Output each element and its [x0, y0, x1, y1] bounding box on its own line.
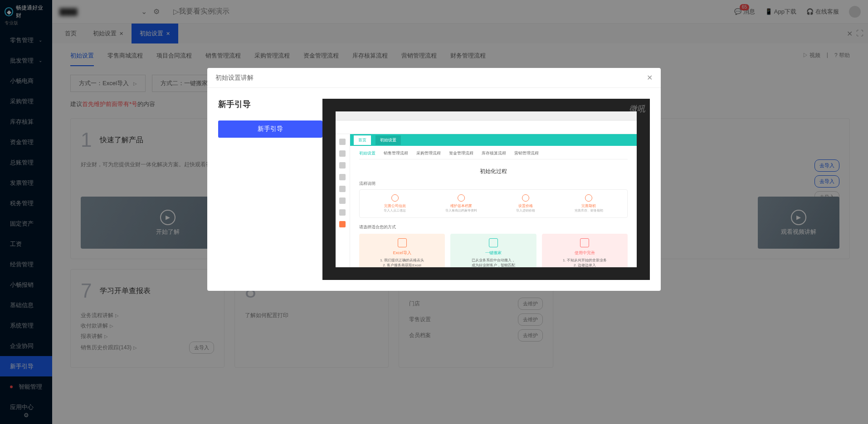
mi-c1-l2: 2. 客户服务商获取Excel: [363, 263, 441, 267]
mi-subtabs: 初始设置销售管理流程采购管理流程资金管理流程库存核算流程营销管理流程: [359, 150, 628, 159]
mi-step-0: 完善公司信息导入人员工信息: [384, 194, 406, 213]
modal: 初始设置讲解 ✕ 新手引导 新手引导 微吼: [207, 68, 661, 291]
mi-card-excel: Excel导入 1. 我们提供正确的表格表头 2. 客户服务商获取Excel 3…: [359, 234, 445, 267]
mi-tab-home: 首页: [354, 135, 371, 145]
modal-header: 初始设置讲解 ✕: [207, 68, 661, 88]
mi-main: 首页 初始设置 初始设置销售管理流程采购管理流程资金管理流程库存核算流程营销管理…: [350, 134, 637, 267]
mi-sidebar: [336, 134, 350, 267]
video-frame: 首页 初始设置 初始设置销售管理流程采购管理流程资金管理流程库存核算流程营销管理…: [336, 111, 637, 267]
mi-c2-t: 一键搬家: [454, 250, 532, 256]
mi-c1-l1: 1. 我们提供正确的表格表头: [363, 258, 441, 263]
mi-browser-bar: [336, 111, 637, 120]
mi-steps: 完善公司信息导入人员工信息维护基本档案导入客商品档案等资料设置价格导入进销价格完…: [359, 189, 628, 218]
mi-c3-l2: 2. 边做边录入: [546, 263, 624, 267]
mi-card-inuse: 使用中完善 1. 不知从何开始的全新业务 2. 边做边录入: [542, 234, 628, 267]
mi-subtab-0: 初始设置: [359, 150, 375, 156]
modal-body: 新手引导 新手引导 微吼: [207, 88, 661, 291]
mi-c2-l1: 已从业务系统中自动搬入，: [454, 258, 532, 263]
modal-guide-button[interactable]: 新手引导: [218, 120, 322, 138]
mi-subtab-5: 营销管理流程: [514, 150, 539, 156]
mi-subtab-2: 采购管理流程: [416, 150, 441, 156]
mi-c2-l2: 成为好业财客户，智能匹配: [454, 263, 532, 267]
modal-left-title: 新手引导: [218, 99, 322, 110]
modal-close-icon[interactable]: ✕: [647, 73, 653, 82]
mi-subtab-1: 销售管理流程: [384, 150, 408, 156]
mi-step-3: 完善期初完善库存、财务期初: [575, 194, 603, 213]
mi-title: 初始化过程: [359, 168, 628, 175]
modal-left: 新手引导 新手引导: [218, 99, 322, 280]
mi-c1-t: Excel导入: [363, 250, 441, 256]
mi-step-2: 设置价格导入进销价格: [516, 194, 535, 213]
mi-c3-l1: 1. 不知从何开始的全新业务: [546, 258, 624, 263]
modal-video[interactable]: 微吼 首页 初始设置: [322, 99, 650, 280]
mi-toolbar: [336, 120, 637, 134]
mi-subtab-4: 库存核算流程: [482, 150, 506, 156]
mi-c3-t: 使用中完善: [546, 250, 624, 256]
mi-step-1: 维护基本档案导入客商品档案等资料: [445, 194, 477, 213]
mi-select-title: 请选择适合您的方式: [359, 224, 628, 230]
mi-steps-title: 流程说明: [359, 181, 628, 187]
mi-subtab-3: 资金管理流程: [449, 150, 473, 156]
mi-card-migrate: 一键搬家 已从业务系统中自动搬入， 成为好业财客户，智能匹配 数据资源: [450, 234, 536, 267]
mi-tab-setup: 初始设置: [375, 135, 401, 145]
modal-overlay[interactable]: 初始设置讲解 ✕ 新手引导 新手引导 微吼: [0, 0, 868, 424]
modal-title: 初始设置讲解: [215, 74, 254, 82]
